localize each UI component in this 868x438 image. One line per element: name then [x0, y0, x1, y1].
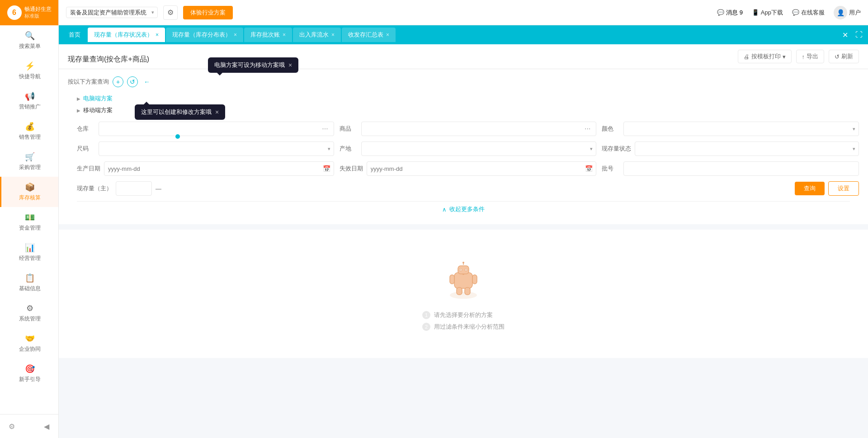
sidebar-icon: 🤝	[25, 334, 35, 344]
sidebar-item-系统管理[interactable]: ⚙系统管理	[0, 298, 58, 328]
gear-icon: ⚙	[167, 8, 174, 17]
exp-date-from-input[interactable]	[367, 161, 597, 176]
filter-row-4: 现存量（主） — 查询 设置	[68, 181, 859, 196]
tab-1[interactable]: 现存量（库存状况表）×	[88, 28, 165, 42]
empty-tip-2: 2 用过滤条件来缩小分析范围	[422, 323, 505, 331]
filter-cell-exp-date: 失效日期 📅	[340, 161, 597, 176]
filter-arrow-btn[interactable]: ←	[142, 76, 152, 87]
sidebar-item-库存核算[interactable]: 📦库存核算	[0, 177, 58, 207]
filter-refresh-btn[interactable]: ↺	[127, 76, 138, 87]
search-btn[interactable]: 查询	[795, 182, 825, 195]
sidebar-item-营销推广[interactable]: 📢营销推广	[0, 86, 58, 116]
batch-input[interactable]	[623, 161, 859, 176]
tab-3[interactable]: 库存批次账×	[244, 28, 292, 42]
collapse-up-icon: ∧	[442, 206, 447, 213]
filter-row-1: 仓库 ··· 商品 ··· 颜色	[68, 122, 859, 136]
system-selector[interactable]: 装备及固定资产辅助管理系统	[66, 7, 158, 18]
tab-fullscreen-btn[interactable]: ⛶	[854, 29, 864, 41]
tooltip2-close-btn[interactable]: ×	[215, 108, 219, 116]
tab-label-1: 现存量（库存状况表）	[94, 31, 153, 39]
sidebar-icon: 📋	[25, 273, 35, 283]
svg-point-6	[466, 269, 467, 271]
avatar: 👤	[834, 6, 847, 19]
tooltip-scheme-mobile: 电脑方案可设为移动方案哦 ×	[208, 57, 298, 73]
chevron-down-icon: ▾	[783, 53, 786, 60]
tab-0[interactable]: 首页	[62, 28, 87, 42]
filter-header: 按以下方案查询 + ↺ ← 电脑方案可设为移动方案哦 ×	[68, 76, 859, 87]
svg-rect-11	[472, 275, 477, 284]
size-select[interactable]	[99, 141, 334, 156]
topbar-gear-btn[interactable]: ⚙	[163, 5, 178, 20]
tab-close-1[interactable]: ×	[156, 32, 159, 38]
refresh-btn[interactable]: ↺ 刷新	[829, 50, 859, 63]
sidebar-item-销售管理[interactable]: 💰销售管理	[0, 116, 58, 146]
origin-select[interactable]	[361, 141, 597, 156]
filter-cell-prod-date: 生产日期 📅	[77, 161, 334, 176]
connector-dot	[175, 134, 180, 139]
filter-cell-origin: 产地	[340, 141, 597, 156]
sidebar-icon: 🛒	[25, 152, 35, 162]
svg-point-5	[460, 269, 462, 271]
svg-rect-12	[457, 287, 462, 295]
sidebar-item-新手引导[interactable]: 🎯新手引导	[0, 358, 58, 389]
stock-qty-from-input[interactable]	[116, 181, 152, 196]
sidebar-item-采购管理[interactable]: 🛒采购管理	[0, 146, 58, 177]
sidebar-icon: 💵	[25, 212, 35, 222]
empty-tip-1: 1 请先选择要分析的方案	[422, 311, 505, 319]
export-btn[interactable]: ↑ 导出	[796, 50, 825, 63]
filter-cell-product: 商品 ···	[340, 122, 597, 136]
message-icon: 💬	[717, 9, 724, 16]
stock-status-select[interactable]	[635, 141, 859, 156]
expand-arrow-icon: ▶	[77, 96, 80, 101]
sidebar-icon: 📊	[25, 243, 35, 253]
solution-btn[interactable]: 体验行业方案	[183, 6, 233, 19]
template-print-btn[interactable]: 🖨 按模板打印 ▾	[738, 50, 792, 63]
color-select[interactable]	[623, 122, 859, 136]
warehouse-dots-btn[interactable]: ···	[320, 123, 330, 135]
tab-close-2[interactable]: ×	[234, 32, 237, 38]
system-selector-wrapper: 装备及固定资产辅助管理系统	[66, 7, 158, 18]
tab-close-all-btn[interactable]: ✕	[840, 29, 850, 41]
tab-2[interactable]: 现存量（库存分布表）×	[166, 28, 243, 42]
tab-close-5[interactable]: ×	[386, 32, 389, 38]
service-icon: 💬	[792, 9, 799, 16]
message-badge: 9	[740, 9, 743, 16]
sidebar-item-资金管理[interactable]: 💵资金管理	[0, 207, 58, 237]
online-service-btn[interactable]: 💬 在线客服	[792, 9, 825, 17]
sidebar-icon: 📢	[25, 91, 35, 101]
page-title: 现存量查询(按仓库+商品)	[68, 55, 149, 64]
sidebar-item-经营管理[interactable]: 📊经营管理	[0, 237, 58, 268]
tab-close-4[interactable]: ×	[331, 32, 335, 38]
sidebar-item-快捷导航[interactable]: ⚡快捷导航	[0, 56, 58, 86]
sidebar-item-基础信息[interactable]: 📋基础信息	[0, 268, 58, 298]
tab-4[interactable]: 出入库流水×	[293, 28, 341, 42]
sidebar-collapse-btn[interactable]: ◀	[39, 419, 54, 433]
sidebar-item-搜索菜单[interactable]: 🔍搜索菜单	[0, 25, 58, 56]
tab-close-3[interactable]: ×	[283, 32, 286, 38]
prod-date-from-input[interactable]	[104, 161, 334, 176]
tab-label-5: 收发存汇总表	[348, 31, 383, 39]
collapse-btn[interactable]: ∧ 收起更多条件	[77, 201, 850, 217]
sidebar-icon: 🔍	[25, 31, 35, 41]
sidebar-bottom: ⚙ ◀	[0, 414, 58, 438]
topbar-right: 💬 消息 9 📱 App下载 💬 在线客服 👤 用户	[717, 6, 861, 19]
product-dots-btn[interactable]: ···	[583, 123, 592, 135]
filter-add-btn[interactable]: +	[113, 76, 123, 87]
tab-label-2: 现存量（库存分布表）	[172, 31, 231, 39]
tab-5[interactable]: 收发存汇总表×	[342, 28, 396, 42]
sidebar-settings-btn[interactable]: ⚙	[5, 419, 19, 433]
tabbar-right: ✕ ⛶	[840, 29, 864, 41]
logo: 6 畅通好生意 标准版	[0, 0, 58, 25]
content: 现存量查询(按仓库+商品) 🖨 按模板打印 ▾ ↑ 导出 ↺ 刷新	[59, 44, 868, 438]
scheme-item-desktop[interactable]: ▶ 电脑端方案	[77, 93, 859, 104]
main: 装备及固定资产辅助管理系统 ⚙ 体验行业方案 💬 消息 9 📱 App下载 💬 …	[59, 0, 868, 438]
sidebar-item-企业协同[interactable]: 🤝企业协同	[0, 328, 58, 358]
message-btn[interactable]: 💬 消息 9	[717, 9, 743, 17]
message-label: 消息	[726, 9, 738, 17]
user-btn[interactable]: 👤 用户	[834, 6, 861, 19]
app-download-btn[interactable]: 📱 App下载	[752, 9, 783, 17]
tabbar: 首页现存量（库存状况表）×现存量（库存分布表）×库存批次账×出入库流水×收发存汇…	[59, 25, 868, 44]
reset-btn[interactable]: 设置	[828, 181, 859, 196]
tooltip1-close-btn[interactable]: ×	[288, 61, 292, 69]
sidebar-icon: ⚡	[25, 61, 35, 71]
